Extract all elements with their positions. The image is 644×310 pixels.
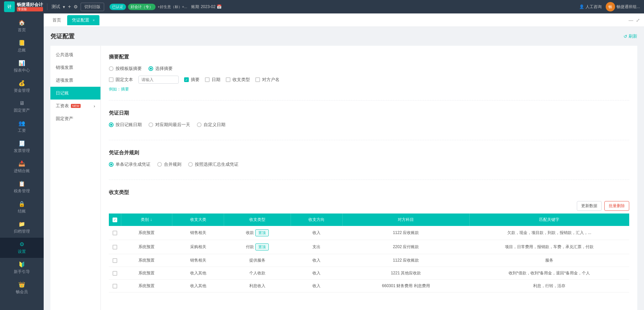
- td-account: 1122 应收账款: [343, 254, 470, 267]
- checkbox-income-type[interactable]: 收支类型: [226, 77, 250, 83]
- funds-icon: 💰: [18, 80, 25, 86]
- sidebar-item-tax[interactable]: 📋 税务管理: [0, 177, 44, 197]
- sidebar-label-guide: 新手引导: [14, 269, 30, 275]
- td-income-expense-category: 销售相关: [172, 254, 224, 267]
- sidebar-item-home[interactable]: 🏠 首页: [0, 16, 44, 36]
- table-row: 系统预置 采购相关 付款 置顶 支出 2202 应付账款 项目，日常费用，报销款…: [109, 240, 629, 254]
- td-checkbox[interactable]: [109, 267, 121, 280]
- sidebar-item-archive[interactable]: 📁 归档管理: [0, 218, 44, 238]
- support-label: 人工咨询: [586, 4, 602, 10]
- settings-icon[interactable]: ⚙: [74, 4, 78, 9]
- sidebar-item-guide[interactable]: 🔰 新手引导: [0, 258, 44, 278]
- td-checkbox[interactable]: [109, 254, 121, 267]
- left-panel-fixed-assets[interactable]: 固定资产: [50, 112, 100, 125]
- sidebar-item-invoice-mgmt[interactable]: 🧾 发票管理: [0, 137, 44, 157]
- income-expense-section: 收支类型 更新数据 批量删除 ✓: [109, 189, 629, 301]
- td-category: 系统预置: [121, 280, 172, 293]
- summary-section-title: 摘要配置: [109, 54, 629, 60]
- assets-icon: 🖥: [19, 100, 25, 106]
- reports-icon: 📊: [18, 60, 25, 66]
- radio-single-record[interactable]: 单条记录生成凭证: [109, 161, 151, 167]
- type-tag-btn[interactable]: 置顶: [255, 243, 269, 250]
- radio-journal-date[interactable]: 按日记账日期: [109, 122, 142, 128]
- td-checkbox[interactable]: [109, 240, 121, 254]
- radio-select-summary-gen-circle: [188, 162, 193, 167]
- radio-custom-date[interactable]: 自定义日期: [197, 122, 225, 128]
- checkbox-summary[interactable]: ✓ 摘要: [184, 77, 200, 83]
- td-income-expense-type: 提供服务: [224, 254, 291, 267]
- radio-select-summary[interactable]: 选择摘要: [148, 66, 173, 72]
- radio-merge-rules[interactable]: 合并规则: [157, 161, 181, 167]
- td-category: 系统预置: [121, 254, 172, 267]
- radio-single-record-circle: [109, 162, 114, 167]
- period-label: 账期: [191, 4, 199, 10]
- refresh-btn[interactable]: ↺ 刷新: [624, 33, 637, 39]
- tax-icon: 📋: [18, 181, 25, 187]
- radio-merge-rules-circle: [157, 162, 162, 167]
- sidebar-item-member[interactable]: 👑 畅会员: [0, 278, 44, 298]
- left-panel-journal[interactable]: 日记账: [50, 87, 100, 100]
- close-books-icon: 🔒: [18, 201, 25, 207]
- checkbox-fixed-text[interactable]: 固定文本: [109, 77, 133, 83]
- sidebar-item-assets[interactable]: 🖥 固定资产: [0, 97, 44, 117]
- left-panel-public[interactable]: 公共选项: [50, 48, 100, 61]
- switch-btn[interactable]: 切到旧版: [81, 3, 104, 11]
- topbar-tags: 已认证 好会计（专） +好生意（标）+...: [110, 4, 187, 10]
- td-income-expense-category: 收入其他: [172, 267, 224, 280]
- support-btn[interactable]: 👤 人工咨询: [579, 4, 602, 10]
- tab-home[interactable]: 首页: [48, 15, 66, 25]
- table-header-row: 更新数据 批量删除: [109, 201, 629, 211]
- table-row: 系统预置 销售相关 提供服务 收入 1122 应收账款 服务: [109, 254, 629, 267]
- fullscreen-icon[interactable]: ⤢: [636, 17, 640, 23]
- new-badge: NEW: [71, 104, 81, 108]
- radio-template-summary[interactable]: 按模板版摘要: [109, 66, 142, 72]
- checkbox-counterpart-name[interactable]: 对方户名: [255, 77, 280, 83]
- sidebar-label-funds: 资金管理: [14, 88, 30, 93]
- dropdown-icon[interactable]: ▾: [63, 4, 65, 9]
- td-direction: 支出: [291, 240, 343, 254]
- left-panel-sales-invoice[interactable]: 销项发票: [50, 61, 100, 74]
- radio-period-last-day[interactable]: 对应期间最后一天: [148, 122, 190, 128]
- tab-close-icon[interactable]: ×: [93, 18, 95, 22]
- checkbox-fixed-text-box: [109, 77, 114, 82]
- th-checkbox[interactable]: ✓: [109, 214, 121, 226]
- member-icon: 👑: [18, 281, 25, 288]
- td-keywords: 欠款，现金，项目款，到款，报销款，汇入，...: [469, 226, 629, 240]
- voucher-date-section: 凭证日期 按日记账日期 对应期间最后一天: [109, 110, 629, 140]
- checkbox-date[interactable]: 日期: [205, 77, 220, 83]
- sidebar-item-payroll[interactable]: 👥 工资: [0, 117, 44, 137]
- sidebar-item-ledger[interactable]: 📒 总账: [0, 36, 44, 56]
- support-icon: 👤: [579, 4, 584, 9]
- sidebar-label-tax: 税务管理: [14, 188, 30, 194]
- td-keywords: 服务: [469, 254, 629, 267]
- td-account: 660301 财务费用 利息费用: [343, 280, 470, 293]
- user-name: 畅捷通班组...: [616, 4, 640, 10]
- user-info[interactable]: 畅 畅捷通班组...: [606, 2, 640, 11]
- td-checkbox[interactable]: [109, 280, 121, 293]
- radio-select-summary-gen[interactable]: 按照选择汇总生成凭证: [188, 161, 239, 167]
- update-data-btn[interactable]: 更新数据: [577, 201, 602, 211]
- sidebar-item-funds[interactable]: 💰 资金管理: [0, 77, 44, 97]
- sidebar-label-payroll: 工资: [18, 128, 26, 133]
- batch-delete-btn[interactable]: 批量删除: [604, 201, 629, 211]
- sidebar-item-close[interactable]: 🔒 结账: [0, 197, 44, 218]
- left-panel-payroll-table[interactable]: 工资表 NEW ›: [50, 100, 100, 112]
- sidebar-item-reports[interactable]: 📊 报表中心: [0, 56, 44, 77]
- archive-icon: 📁: [18, 221, 25, 227]
- logo-badge: 专业版: [17, 7, 43, 11]
- sidebar-item-settings[interactable]: ⚙ 设置: [0, 238, 44, 258]
- tab-voucher-config[interactable]: 凭证配置 ×: [67, 15, 99, 25]
- td-checkbox[interactable]: [109, 226, 121, 240]
- type-tag-btn[interactable]: 置顶: [255, 229, 269, 236]
- left-panel-purchase-invoice[interactable]: 进项发票: [50, 74, 100, 87]
- good-biz-tag: +好生意（标）+...: [158, 4, 187, 9]
- plus-icon[interactable]: +: [68, 4, 71, 10]
- window-minimize-icon[interactable]: —: [629, 17, 633, 23]
- calendar-icon[interactable]: 📅: [217, 4, 222, 9]
- fixed-text-input[interactable]: [138, 76, 179, 84]
- td-category: 系统预置: [121, 267, 172, 280]
- sidebar-item-purchase[interactable]: 📥 进销台账: [0, 157, 44, 177]
- summary-radio-group: 按模板版摘要 选择摘要: [109, 66, 629, 72]
- income-expense-title: 收支类型: [109, 189, 629, 196]
- table-row: 系统预置 销售相关 收款 置顶 收入 1122 应收账款 欠款，现金，项目款，到…: [109, 226, 629, 240]
